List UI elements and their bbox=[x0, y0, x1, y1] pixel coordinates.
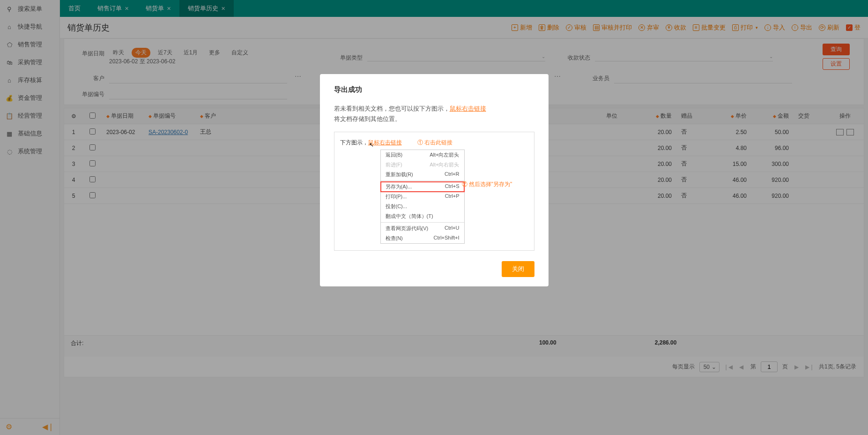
context-menu: 返回(B)Alt+向左箭头 前进(F)Alt+向右箭头 重新加载(R)Ctrl+… bbox=[380, 150, 465, 244]
modal-text-part: 若未看到相关文档，您也可以按下方图示， bbox=[334, 105, 450, 112]
ctx-translate: 翻成中文（简体）(T) bbox=[381, 211, 464, 221]
modal-title: 导出成功 bbox=[334, 85, 534, 94]
close-button[interactable]: 关闭 bbox=[502, 261, 534, 277]
ctx-label: 检查(N) bbox=[386, 235, 403, 242]
modal-overlay: 导出成功 若未看到相关文档，您也可以按下方图示，鼠标右击链接 将文档存储到其他位… bbox=[0, 0, 868, 435]
ctx-forward: 前进(F)Alt+向右箭头 bbox=[381, 160, 464, 170]
ctx-label: 打印(P)... bbox=[386, 193, 407, 200]
ctx-inspect: 检查(N)Ctrl+Shift+I bbox=[381, 233, 464, 243]
guide-box: 下方图示，鼠标右击链接 ① 右击此链接 ↖ 返回(B)Alt+向左箭头 前进(F… bbox=[334, 132, 534, 251]
ctx-shortcut: Alt+向右箭头 bbox=[430, 161, 459, 168]
right-click-link[interactable]: 鼠标右击链接 bbox=[450, 105, 486, 112]
ctx-label: 查看网页源代码(V) bbox=[386, 225, 429, 232]
modal-text: 若未看到相关文档，您也可以按下方图示，鼠标右击链接 将文档存储到其他位置。 bbox=[334, 104, 534, 124]
ctx-label: 重新加载(R) bbox=[386, 171, 413, 178]
guide-prefix: 下方图示， bbox=[340, 139, 368, 146]
ctx-label: 前进(F) bbox=[386, 161, 402, 168]
ctx-shortcut: Ctrl+Shift+I bbox=[433, 235, 459, 242]
ctx-shortcut: Ctrl+R bbox=[445, 171, 459, 178]
ctx-print: 打印(P)...Ctrl+P bbox=[381, 192, 464, 202]
hint-1: ① 右击此链接 bbox=[417, 139, 453, 146]
modal-footer: 关闭 bbox=[334, 261, 534, 277]
ctx-shortcut: Alt+向左箭头 bbox=[430, 151, 459, 158]
modal-text-part: 将文档存储到其他位置。 bbox=[334, 115, 401, 122]
guide-top: 下方图示，鼠标右击链接 ① 右击此链接 bbox=[340, 139, 528, 147]
ctx-reload: 重新加载(R)Ctrl+R bbox=[381, 170, 464, 180]
ctx-label: 返回(B) bbox=[386, 151, 403, 158]
ctx-separator bbox=[381, 222, 464, 223]
ctx-saveas: 另存为(A)...Ctrl+S bbox=[381, 182, 464, 192]
ctx-label: 投射(C)... bbox=[386, 203, 407, 210]
ctx-cast: 投射(C)... bbox=[381, 202, 464, 211]
ctx-shortcut: Ctrl+U bbox=[445, 225, 459, 232]
ctx-back: 返回(B)Alt+向左箭头 bbox=[381, 150, 464, 160]
ctx-shortcut: Ctrl+S bbox=[445, 183, 460, 190]
ctx-label: 翻成中文（简体）(T) bbox=[386, 213, 433, 220]
ctx-label: 另存为(A)... bbox=[386, 183, 412, 190]
ctx-separator bbox=[381, 180, 464, 181]
cursor-icon: ↖ bbox=[369, 142, 374, 148]
ctx-shortcut: Ctrl+P bbox=[445, 193, 460, 200]
hint-2: ② 然后选择"另存为" bbox=[462, 180, 512, 188]
ctx-viewsource: 查看网页源代码(V)Ctrl+U bbox=[381, 224, 464, 233]
export-success-modal: 导出成功 若未看到相关文档，您也可以按下方图示，鼠标右击链接 将文档存储到其他位… bbox=[320, 74, 549, 286]
